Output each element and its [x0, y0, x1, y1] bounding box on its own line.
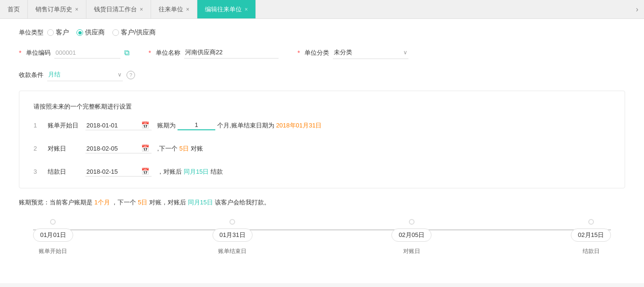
tab-expand-button[interactable]: › [630, 0, 644, 18]
row-3-label: 结款日 [48, 168, 85, 176]
unit-type-row: 单位类型 客户 供应商 客户/供应商 [19, 28, 625, 37]
row-2-suffix: ,下一个 5日 对账 [157, 144, 203, 153]
tab-bar: 首页 销售订单历史 × 钱货日清工作台 × 往来单位 × 编辑往来单位 × › [0, 0, 644, 19]
row-2-label: 对账日 [48, 144, 85, 153]
reconcile-date-row: 2 对账日 📅 ,下一个 5日 对账 [34, 144, 610, 153]
unit-category-dropdown[interactable]: 未分类 ∨ [333, 46, 408, 59]
timeline-bubble-3: 02月15日 [571, 228, 611, 242]
timeline-label-0: 账单开始日 [39, 247, 67, 255]
preview-prefix: 账期预览：当前客户账期是 [19, 199, 93, 206]
unit-code-field: * 单位编码 ⧉ [19, 47, 129, 59]
reconcile-date-input[interactable] [86, 145, 138, 152]
timeline-label-1: 账单结束日 [218, 247, 246, 255]
preview-reconcile: 5日 [138, 199, 147, 206]
row-1-label: 账单开始日 [48, 121, 85, 130]
payment-date-input-wrap: 📅 [85, 167, 152, 177]
unit-code-star: * [19, 49, 21, 57]
payment-cond-dropdown[interactable]: 月结 ∨ [47, 68, 123, 81]
reconcile-date-input-wrap: 📅 [85, 144, 152, 153]
copy-icon[interactable]: ⧉ [124, 49, 129, 57]
tab-sales-order[interactable]: 销售订单历史 × [28, 0, 86, 18]
start-date-calendar-icon[interactable]: 📅 [141, 121, 149, 129]
start-date-input-wrap: 📅 [85, 120, 152, 130]
start-date-row: 1 账单开始日 📅 账期为 个月,账单结束日期为 2018年01月31日 [34, 120, 610, 130]
payment-prefix: ，对账后 [157, 168, 182, 176]
radio-customer-supplier-label: 客户/供应商 [121, 28, 156, 37]
payment-date-input[interactable] [86, 168, 138, 175]
payment-suffix: 结款 [211, 168, 223, 176]
radio-customer-circle [47, 29, 54, 36]
timeline-dot-0 [50, 219, 56, 225]
timeline-dot-1 [229, 219, 235, 225]
preview-payment: 同月15日 [188, 199, 213, 206]
payment-date-row: 3 结款日 📅 ，对账后 同月15日 结款 [34, 167, 610, 177]
settings-box: 请按照未来的一个完整帐期进行设置 1 账单开始日 📅 账期为 个月,账单结束日期… [19, 91, 625, 188]
unit-type-field: 单位类型 客户 供应商 客户/供应商 [19, 28, 156, 37]
payment-cond-field: 收款条件 月结 ∨ ? [19, 68, 135, 81]
tab-sales-order-close[interactable]: × [75, 6, 78, 13]
payment-cond-value: 月结 [48, 70, 116, 79]
preview-text: 账期预览：当前客户账期是 1个月 ，下一个 5日 对账，对账后 同月15日 该客… [19, 198, 625, 208]
timeline-point-2: 02月05日 对账日 [391, 219, 432, 255]
help-icon[interactable]: ? [127, 71, 135, 79]
reconcile-prefix: ,下一个 [157, 144, 178, 153]
radio-customer-supplier[interactable]: 客户/供应商 [112, 28, 156, 37]
chevron-down-icon: ∨ [403, 49, 407, 56]
payment-date-calendar-icon[interactable]: 📅 [141, 168, 149, 175]
period-input[interactable] [178, 120, 215, 130]
payment-same-day: 同月15日 [184, 168, 209, 176]
preview-suffix: 该客户会给我打款。 [215, 199, 270, 206]
timeline-label-3: 结款日 [583, 247, 600, 255]
unit-name-field: * 单位名称 [148, 47, 278, 59]
tab-sales-order-label: 销售订单历史 [35, 5, 72, 14]
timeline-bubble-2: 02月05日 [391, 228, 432, 242]
timeline-label-2: 对账日 [403, 247, 420, 255]
tab-edit-partner-label: 编辑往来单位 [205, 5, 242, 14]
tab-edit-partner[interactable]: 编辑往来单位 × [197, 0, 256, 18]
radio-customer-label: 客户 [56, 28, 69, 37]
timeline-bubble-0: 01月01日 [33, 228, 73, 242]
unit-code-label: 单位编码 [26, 49, 51, 57]
radio-customer-supplier-circle [112, 29, 119, 36]
tab-partner[interactable]: 往来单位 × [151, 0, 197, 18]
unit-code-input[interactable] [54, 47, 120, 59]
row-3-num: 3 [34, 168, 48, 175]
preview-period: 1个月 [94, 199, 110, 206]
unit-category-star: * [297, 49, 300, 57]
tab-partner-label: 往来单位 [159, 5, 183, 14]
reconcile-suffix: 对账 [191, 144, 203, 153]
timeline-dot-2 [409, 219, 415, 225]
tab-cash-work[interactable]: 钱货日清工作台 × [86, 0, 151, 18]
preview-mid2: 对账，对账后 [149, 199, 186, 206]
row-1-suffix: 账期为 个月,账单结束日期为 2018年01月31日 [157, 120, 322, 130]
payment-cond-row: 收款条件 月结 ∨ ? [19, 68, 625, 81]
radio-supplier-label: 供应商 [85, 28, 105, 37]
tab-home-label: 首页 [8, 5, 20, 14]
unit-type-radio-group: 客户 供应商 客户/供应商 [47, 28, 156, 37]
radio-customer[interactable]: 客户 [47, 28, 69, 37]
unit-type-label: 单位类型 [19, 28, 43, 37]
period-month-label: 个月,账单结束日期为 [217, 121, 274, 130]
timeline-bubble-1: 01月31日 [212, 228, 253, 242]
settings-title: 请按照未来的一个完整帐期进行设置 [34, 102, 610, 111]
tab-partner-close[interactable]: × [186, 6, 189, 13]
row-1-num: 1 [34, 122, 48, 129]
timeline-point-0: 01月01日 账单开始日 [33, 219, 73, 255]
tab-home[interactable]: 首页 [0, 0, 28, 18]
unit-category-value: 未分类 [334, 48, 401, 57]
radio-supplier[interactable]: 供应商 [76, 28, 105, 37]
unit-name-input[interactable] [184, 47, 279, 59]
tab-cash-work-close[interactable]: × [140, 6, 143, 13]
timeline-points: 01月01日 账单开始日 01月31日 账单结束日 02月05日 对账日 02月… [33, 219, 611, 255]
timeline-dot-3 [588, 219, 594, 225]
start-date-input[interactable] [86, 122, 138, 129]
timeline-container: 01月01日 账单开始日 01月31日 账单结束日 02月05日 对账日 02月… [19, 219, 625, 255]
unit-info-row: * 单位编码 ⧉ * 单位名称 * 单位分类 未分类 ∨ [19, 46, 625, 59]
unit-name-label: 单位名称 [156, 49, 180, 57]
unit-category-label: 单位分类 [305, 49, 329, 57]
preview-mid1: ，下一个 [111, 199, 136, 206]
tab-edit-partner-close[interactable]: × [245, 6, 248, 13]
reconcile-date-calendar-icon[interactable]: 📅 [141, 144, 149, 152]
row-3-suffix: ，对账后 同月15日 结款 [157, 168, 223, 176]
payment-cond-chevron-icon: ∨ [118, 71, 122, 78]
